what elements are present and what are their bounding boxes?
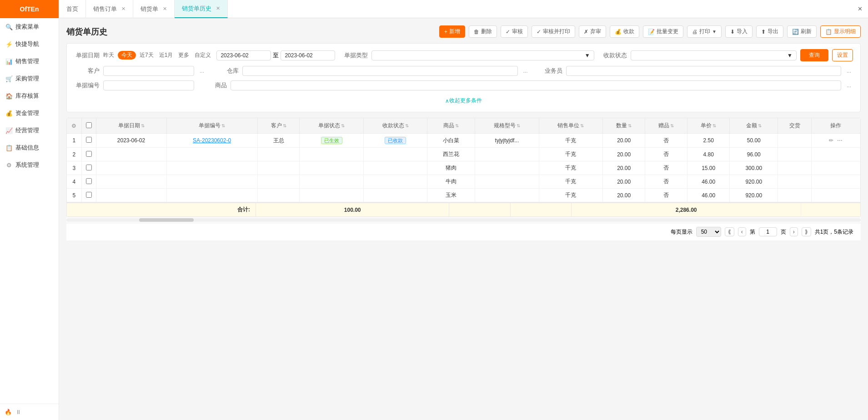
- scrollbar-thumb[interactable]: [139, 218, 194, 222]
- tab-home[interactable]: 首页: [59, 0, 86, 18]
- row-checkbox-1[interactable]: [86, 151, 92, 157]
- sort-icon-docstatus: ⇅: [341, 123, 345, 128]
- customer-input[interactable]: [103, 66, 194, 76]
- th-doc-status[interactable]: 单据状态 ⇅: [300, 118, 363, 134]
- customer-ellipsis[interactable]: ...: [198, 68, 206, 74]
- print-button[interactable]: 🖨 打印 ▼: [687, 25, 722, 38]
- shortcut-1month[interactable]: 近1月: [157, 51, 175, 60]
- row-checkbox-0[interactable]: [86, 137, 92, 143]
- discard-button[interactable]: ✗ 弃审: [579, 25, 606, 38]
- details-icon: 📋: [825, 29, 832, 35]
- shortcut-7days[interactable]: 近7天: [138, 51, 156, 60]
- add-button[interactable]: + 新增: [439, 25, 465, 38]
- warehouse-input[interactable]: [242, 66, 517, 76]
- refresh-button[interactable]: 🔄 刷新: [787, 25, 817, 38]
- date-to-input[interactable]: [281, 50, 335, 60]
- discard-icon: ✗: [584, 29, 588, 35]
- row-checkbox-2[interactable]: [86, 165, 92, 170]
- tab-sales-goods[interactable]: 销货单 ✕: [133, 0, 175, 18]
- more-btn-0[interactable]: ⋯: [835, 136, 844, 145]
- import-button[interactable]: ⬇ 导入: [725, 25, 753, 38]
- sidebar-item-basic-info[interactable]: 📋 基础信息: [0, 139, 59, 156]
- sidebar-item-operations[interactable]: 📈 经营管理: [0, 122, 59, 139]
- sidebar-item-inventory[interactable]: 🏠 库存核算: [0, 87, 59, 105]
- th-doc-no[interactable]: 单据编号 ⇅: [166, 118, 257, 134]
- th-qty[interactable]: 数量 ⇅: [603, 118, 645, 134]
- page-content: 销货单历史 + 新增 🗑 删除 ✓ 审核 ✓ 审核并打印: [59, 18, 868, 420]
- tab-bar-close-btn[interactable]: ✕: [852, 5, 868, 12]
- tab-sales-history[interactable]: 销货单历史 ✕: [175, 0, 228, 18]
- horizontal-scrollbar[interactable]: [66, 217, 861, 223]
- th-goods[interactable]: 商品 ⇅: [427, 118, 475, 134]
- doc-no-input[interactable]: [103, 80, 194, 90]
- page-title: 销货单历史: [66, 26, 107, 37]
- shortcut-more[interactable]: 更多: [176, 51, 191, 60]
- date-label: 单据日期: [74, 51, 100, 60]
- export-button[interactable]: ⬆ 导出: [756, 25, 783, 38]
- sidebar-item-system[interactable]: ⚙ 系统管理: [0, 156, 59, 174]
- last-page-btn[interactable]: ⟫: [802, 227, 811, 236]
- th-gift[interactable]: 赠品 ⇅: [645, 118, 687, 134]
- row-checkbox-4[interactable]: [86, 192, 92, 198]
- th-date[interactable]: 单据日期 ⇅: [96, 118, 166, 134]
- first-page-btn[interactable]: ⟪: [725, 227, 734, 236]
- edit-btn-0[interactable]: ✏: [827, 136, 835, 145]
- salesperson-input[interactable]: [566, 66, 841, 76]
- collect-status-select[interactable]: ▼: [631, 50, 797, 60]
- doc-type-select[interactable]: ▼: [371, 50, 594, 60]
- sidebar-bottom-icon2[interactable]: ⏸: [15, 409, 21, 415]
- sidebar-item-finance[interactable]: 💰 资金管理: [0, 105, 59, 122]
- warehouse-ellipsis[interactable]: ...: [522, 68, 530, 74]
- audit-print-button[interactable]: ✓ 审核并打印: [532, 25, 575, 38]
- prev-page-btn[interactable]: ‹: [738, 227, 746, 236]
- th-amount[interactable]: 金额 ⇅: [730, 118, 778, 134]
- th-collect-status[interactable]: 收款状态 ⇅: [363, 118, 427, 134]
- page-size-select[interactable]: 50 100 200: [696, 227, 721, 237]
- collect-button[interactable]: 💰 收款: [610, 25, 639, 38]
- query-button[interactable]: 查询: [800, 49, 828, 61]
- next-page-btn[interactable]: ›: [790, 227, 798, 236]
- goods-ellipsis[interactable]: ...: [845, 82, 853, 89]
- th-customer[interactable]: 客户 ⇅: [257, 118, 300, 134]
- close-tab-sales-goods[interactable]: ✕: [163, 6, 167, 12]
- goods-input[interactable]: [231, 80, 841, 90]
- th-settings[interactable]: ⚙: [67, 118, 81, 134]
- shortcut-yesterday[interactable]: 昨天: [101, 51, 116, 60]
- th-spec[interactable]: 规格型号 ⇅: [475, 118, 539, 134]
- chart-icon: 📊: [5, 58, 13, 65]
- sidebar-item-quick-nav[interactable]: ⚡ 快捷导航: [0, 35, 59, 53]
- filter-row-3: 单据编号 商品 ...: [74, 80, 853, 90]
- sidebar-item-sales-mgmt[interactable]: 📊 销售管理: [0, 53, 59, 70]
- pagination-bar: 每页显示 50 100 200 ⟪ ‹ 第 页 › ⟫ 共1页，5条记录: [66, 223, 861, 240]
- settings-button[interactable]: 设置: [832, 49, 853, 61]
- date-from-input[interactable]: [216, 50, 271, 60]
- shortcut-custom[interactable]: 自定义: [193, 51, 213, 60]
- sidebar-item-purchase-mgmt[interactable]: 🛒 采购管理: [0, 70, 59, 87]
- page-header: 销货单历史 + 新增 🗑 删除 ✓ 审核 ✓ 审核并打印: [66, 25, 861, 38]
- show-details-button[interactable]: 📋 显示明细: [820, 25, 861, 38]
- th-unit[interactable]: 销售单位 ⇅: [539, 118, 602, 134]
- audit-button[interactable]: ✓ 审核: [501, 25, 528, 38]
- doc-no-link-0[interactable]: SA-20230602-0: [193, 137, 231, 144]
- filter-doc-type: 单据类型 ▼: [342, 50, 594, 60]
- salesperson-ellipsis[interactable]: ...: [845, 68, 853, 74]
- batch-change-button[interactable]: 📝 批量变更: [643, 25, 683, 38]
- sidebar-bottom-icon1[interactable]: 🔥: [5, 409, 12, 415]
- table-row: 4 牛肉 千克 20.00 否 46.00 920.00: [67, 175, 860, 189]
- page-number-input[interactable]: [759, 227, 777, 236]
- filter-collapse-btn[interactable]: ∧ 收起更多条件: [74, 95, 853, 106]
- cart-icon: 🛒: [5, 75, 13, 82]
- settings-icon: ⚙: [71, 123, 76, 129]
- row-checkbox-3[interactable]: [86, 178, 92, 184]
- select-all-checkbox[interactable]: [86, 122, 92, 128]
- goods-label: 商品: [201, 81, 227, 90]
- sidebar-item-search-menu[interactable]: 🔍 搜索菜单: [0, 18, 59, 35]
- th-price[interactable]: 单价 ⇅: [687, 118, 730, 134]
- close-tab-sales-order[interactable]: ✕: [121, 6, 125, 12]
- tab-sales-order[interactable]: 销售订单 ✕: [86, 0, 133, 18]
- close-tab-sales-history[interactable]: ✕: [216, 5, 220, 11]
- salesperson-label: 业务员: [537, 67, 562, 75]
- shortcut-today[interactable]: 今天: [118, 51, 136, 60]
- th-checkbox[interactable]: [81, 118, 96, 134]
- delete-button[interactable]: 🗑 删除: [469, 25, 497, 38]
